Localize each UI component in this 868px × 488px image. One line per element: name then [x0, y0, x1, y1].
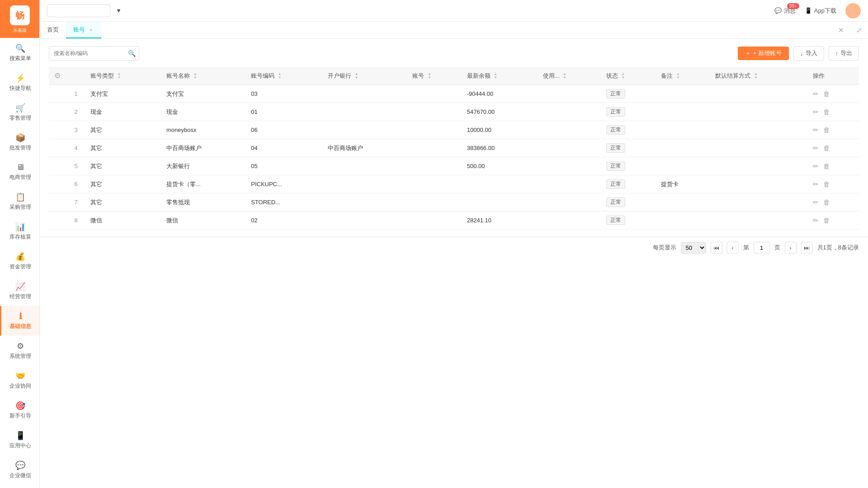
sidebar-item-label: 新手引导 — [9, 412, 31, 420]
code-sort-icon[interactable]: ▲▼ — [278, 72, 282, 80]
sidebar-item-purchase[interactable]: 📋采购管理 — [0, 187, 39, 216]
delete-icon[interactable]: 🗑 — [823, 162, 830, 170]
status-badge: 正常 — [606, 143, 625, 153]
sidebar-item-basic-info[interactable]: ℹ基础信息 — [0, 306, 39, 336]
row-balance: 28241.10 — [462, 211, 538, 230]
row-usage — [538, 175, 601, 193]
top-dropdown[interactable]: ▼ — [116, 7, 122, 14]
edit-icon[interactable]: ✏ — [813, 126, 819, 134]
delete-icon[interactable]: 🗑 — [823, 144, 830, 152]
row-settlement — [710, 103, 807, 121]
tab-home[interactable]: 首页 — [40, 22, 66, 38]
row-action: ✏ 🗑 — [807, 103, 859, 121]
app-icon: 📱 — [805, 7, 812, 14]
tab-close-icon[interactable]: × — [88, 27, 94, 33]
tab-accounts[interactable]: 账号 × — [66, 22, 101, 38]
delete-icon[interactable]: 🗑 — [823, 180, 830, 188]
add-account-button[interactable]: ＋ + 新增账号 — [738, 47, 789, 60]
sidebar-item-wholesale[interactable]: 📦批发管理 — [0, 127, 39, 157]
sidebar-item-label: 企业协同 — [9, 382, 31, 390]
row-account — [407, 193, 461, 211]
usage-col-header: 使用... ▲▼ — [538, 67, 601, 85]
row-settings — [49, 139, 67, 157]
sidebar-item-beginner[interactable]: 🎯新手引导 — [0, 395, 39, 425]
app-download-btn[interactable]: 📱 App下载 — [805, 7, 836, 15]
import-button[interactable]: ↓ 导入 — [793, 46, 824, 61]
sidebar-item-app-center[interactable]: 📱应用中心 — [0, 425, 39, 455]
action-icons: ✏ 🗑 — [813, 90, 854, 98]
top-search-input[interactable] — [47, 5, 110, 17]
per-page-select[interactable]: 50 100 200 — [681, 242, 706, 253]
sidebar-item-label: 快捷导航 — [9, 84, 31, 92]
export-button[interactable]: ↑ 导出 — [829, 46, 859, 61]
sidebar-item-enterprise-wechat[interactable]: 💬企业微信 — [0, 455, 39, 485]
page-input[interactable] — [754, 242, 770, 253]
edit-icon[interactable]: ✏ — [813, 108, 819, 116]
edit-icon[interactable]: ✏ — [813, 216, 819, 225]
edit-icon[interactable]: ✏ — [813, 180, 819, 188]
sidebar-item-system[interactable]: ⚙系统管理 — [0, 336, 39, 366]
row-action: ✏ 🗑 — [807, 121, 859, 139]
avatar[interactable] — [845, 3, 861, 19]
search-icon[interactable]: 🔍 — [128, 50, 136, 57]
edit-icon[interactable]: ✏ — [813, 162, 819, 170]
prev-page-btn[interactable]: ‹ — [727, 242, 739, 253]
edit-icon[interactable]: ✏ — [813, 198, 819, 206]
edit-icon[interactable]: ✏ — [813, 144, 819, 152]
status-badge: 正常 — [606, 216, 625, 225]
next-page-btn[interactable]: › — [785, 242, 797, 253]
top-header-left: ▼ — [47, 5, 122, 17]
sidebar-item-enterprise-agreement[interactable]: 🤝企业协同 — [0, 366, 39, 395]
row-settings — [49, 193, 67, 211]
row-remark — [656, 139, 710, 157]
balance-sort-icon[interactable]: ▲▼ — [494, 72, 497, 80]
sidebar-item-vip-member[interactable]: 👑畅会员 — [0, 485, 39, 488]
settlement-sort-icon[interactable]: ▲▼ — [754, 72, 758, 80]
type-sort-icon[interactable]: ▲▼ — [118, 72, 121, 80]
row-settlement — [710, 85, 807, 103]
remark-sort-icon[interactable]: ▲▼ — [676, 72, 680, 80]
row-type: 现金 — [85, 103, 161, 121]
row-settlement — [710, 211, 807, 230]
content-area: 🔍 ＋ + 新增账号 ↓ 导入 ↑ 导出 — [40, 39, 868, 488]
row-type: 微信 — [85, 211, 161, 230]
window-maximize-btn[interactable]: ⤢ — [850, 22, 868, 39]
sidebar-item-search-menu[interactable]: 🔍搜索菜单 — [0, 38, 39, 68]
account-sort-icon[interactable]: ▲▼ — [428, 72, 431, 80]
row-usage — [538, 193, 601, 211]
delete-icon[interactable]: 🗑 — [823, 126, 830, 134]
total-label: 共1页，8条记录 — [817, 244, 859, 252]
status-sort-icon[interactable]: ▲▼ — [622, 72, 625, 80]
edit-icon[interactable]: ✏ — [813, 90, 819, 98]
sidebar-item-quick-nav[interactable]: ⚡快捷导航 — [0, 68, 39, 98]
first-page-btn[interactable]: ⏮ — [711, 242, 722, 253]
sidebar-item-ecommerce[interactable]: 🖥电商管理 — [0, 157, 39, 187]
sidebar-item-inventory[interactable]: 📊库存核算 — [0, 216, 39, 246]
row-code: STORED... — [245, 193, 322, 211]
name-sort-icon[interactable]: ▲▼ — [193, 72, 197, 80]
sidebar-item-finance[interactable]: 💰资金管理 — [0, 246, 39, 276]
usage-sort-icon[interactable]: ▲▼ — [563, 72, 566, 80]
row-name: 提货卡（零... — [161, 175, 245, 193]
sidebar-item-retail[interactable]: 🛒零售管理 — [0, 98, 39, 127]
delete-icon[interactable]: 🗑 — [823, 198, 830, 206]
name-col-header: 账号名称 ▲▼ — [161, 67, 245, 85]
tab-home-label: 首页 — [47, 26, 59, 34]
purchase-icon: 📋 — [15, 192, 25, 202]
bank-sort-icon[interactable]: ▲▼ — [355, 72, 359, 80]
accounts-table: ⚙ 账号类型 ▲▼ 账号名称 ▲▼ 账号编码 ▲▼ — [49, 67, 859, 230]
row-action: ✏ 🗑 — [807, 85, 859, 103]
gear-icon[interactable]: ⚙ — [54, 72, 61, 80]
row-name: 支付宝 — [161, 85, 245, 103]
delete-icon[interactable]: 🗑 — [823, 108, 830, 116]
row-status: 正常 — [601, 193, 656, 211]
delete-icon[interactable]: 🗑 — [823, 216, 830, 224]
message-btn[interactable]: 💬 消息 99+ — [774, 7, 796, 15]
last-page-btn[interactable]: ⏭ — [801, 242, 813, 253]
sidebar-item-label: 零售管理 — [9, 114, 31, 122]
sidebar-item-operations[interactable]: 📈经营管理 — [0, 276, 39, 306]
window-close-btn[interactable]: ✕ — [832, 22, 850, 39]
row-bank — [322, 211, 407, 230]
delete-icon[interactable]: 🗑 — [823, 90, 830, 98]
search-input[interactable] — [49, 46, 139, 61]
